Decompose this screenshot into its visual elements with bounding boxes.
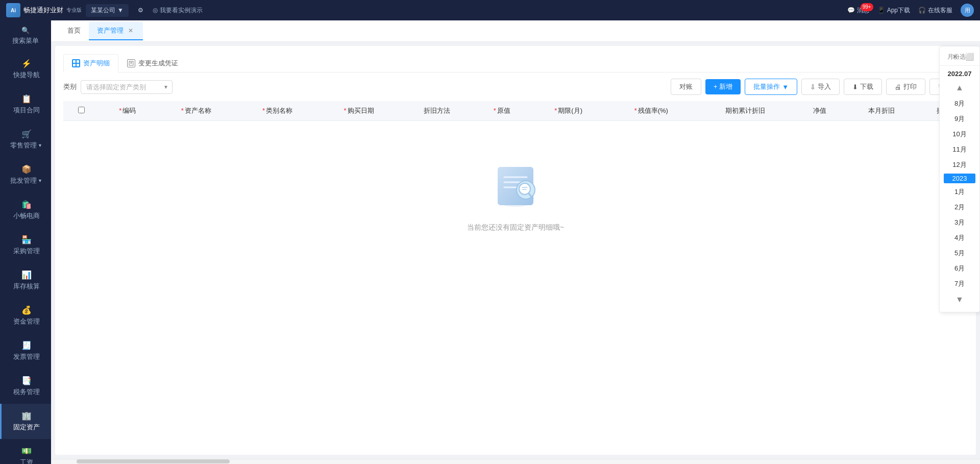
month-item-6[interactable]: 6月: [940, 261, 979, 276]
app-download-label: App下载: [887, 6, 910, 15]
month-item-1[interactable]: 1月: [940, 184, 979, 200]
sidebar-ecommerce-label: 小畅电商: [13, 211, 40, 221]
sidebar-wholesale-label: 批发管理: [10, 176, 37, 185]
print-button[interactable]: 🖨 打印: [886, 79, 925, 95]
category-filter-select[interactable]: 请选择固定资产类别: [81, 80, 173, 94]
toolbar-left: 类别 请选择固定资产类别: [63, 80, 173, 94]
page-content: 资产明细 变更生成凭证 类别: [55, 46, 976, 455]
settings-btn[interactable]: ⚙: [133, 5, 149, 16]
tab-assets[interactable]: 资产管理 ✕: [89, 22, 143, 40]
table-header: *编码 *资产名称 *类别名称 *购买日期 折旧方法 *原值 *期限(月) *残…: [63, 101, 968, 121]
col-checkbox: [63, 101, 100, 121]
app-download-btn[interactable]: 📱 App下载: [877, 6, 910, 15]
download-button[interactable]: ⬇ 下载: [844, 79, 882, 95]
sidebar-item-search[interactable]: 🔍 搜索菜单: [0, 20, 51, 52]
panel-expand-btn[interactable]: ⬜: [963, 51, 975, 63]
month-item-9[interactable]: 9月: [940, 111, 979, 127]
month-item-12[interactable]: 12月: [940, 157, 979, 173]
sidebar-item-project[interactable]: 📋 项目合同: [0, 87, 51, 122]
sidebar-quicknav-label: 快捷导航: [13, 70, 40, 80]
retail-label-wrap: 零售管理 ▼: [10, 141, 42, 150]
month-item-8[interactable]: 8月: [940, 96, 979, 111]
month-item-7[interactable]: 7月: [940, 276, 979, 291]
month-item-2[interactable]: 2月: [940, 200, 979, 215]
month-nav-down: ▼: [940, 291, 979, 308]
sub-tabs: 资产明细 变更生成凭证: [63, 54, 968, 72]
month-panel: ✕ ⬜ 月份选择 2022.07 ▲ 8月 9月 10月 11月 12月 202…: [939, 46, 980, 312]
col-net-value: 净值: [795, 101, 844, 121]
horizontal-scrollbar[interactable]: [51, 459, 980, 464]
sidebar-finance-label: 资金管理: [13, 317, 40, 326]
import-label: 导入: [818, 82, 831, 91]
toolbar: 类别 请选择固定资产类别 对账 + 新增 批量操作 ▼ ⇩: [63, 79, 968, 95]
message-btn[interactable]: 💬 消息 99+: [847, 6, 869, 15]
table-wrap: *编码 *资产名称 *类别名称 *购买日期 折旧方法 *原值 *期限(月) *残…: [63, 101, 968, 447]
month-item-5[interactable]: 5月: [940, 246, 979, 261]
month-item-11[interactable]: 11月: [940, 142, 979, 157]
sidebar-item-assets[interactable]: 🏢 固定资产: [0, 404, 51, 439]
search-icon: 🔍: [21, 27, 30, 34]
user-avatar[interactable]: 用: [961, 4, 974, 17]
download-label: 下载: [860, 82, 873, 91]
sidebar-item-tax[interactable]: 📑 税务管理: [0, 369, 51, 404]
sidebar-item-wholesale[interactable]: 📦 批发管理 ▼: [0, 157, 51, 192]
company-selector[interactable]: 某某公司 ▼: [86, 4, 129, 17]
sidebar-search-label: 搜索菜单: [12, 36, 39, 45]
reconcile-button[interactable]: 对账: [671, 79, 701, 95]
tab-close-icon[interactable]: ✕: [127, 27, 135, 35]
sidebar-item-ecommerce[interactable]: 🛍️ 小畅电商: [0, 192, 51, 228]
app-name: 畅捷通好业财: [23, 6, 63, 15]
dropdown-icon: ▼: [117, 7, 124, 14]
batch-ops-label: 批量操作: [753, 82, 780, 91]
toolbar-right: 对账 + 新增 批量操作 ▼ ⇩ 导入 ⬇ 下载 🖨: [671, 79, 968, 95]
quicknav-icon: ⚡: [21, 59, 32, 68]
retail-icon: 🛒: [21, 129, 32, 139]
sidebar-invoice-label: 发票管理: [13, 352, 40, 361]
select-all-checkbox[interactable]: [78, 107, 85, 113]
demo-link[interactable]: ◎ 我要看实例演示: [153, 6, 203, 15]
sidebar-item-salary[interactable]: 💵 工资: [0, 439, 51, 464]
doc-icon: [127, 59, 135, 67]
print-label: 打印: [903, 82, 917, 91]
message-icon: 💬: [847, 7, 855, 14]
month-nav-up: ▲: [940, 80, 979, 96]
col-depreciation-method: 折旧方法: [400, 101, 474, 121]
category-filter-wrap: 请选择固定资产类别: [81, 80, 173, 94]
add-button[interactable]: + 新增: [705, 79, 741, 94]
sidebar-item-inventory[interactable]: 📊 库存核算: [0, 263, 51, 298]
project-icon: 📋: [21, 94, 32, 104]
online-support-btn[interactable]: 🎧 在线客服: [918, 6, 952, 15]
month-item-4[interactable]: 4月: [940, 230, 979, 246]
sidebar-item-finance[interactable]: 💰 资金管理: [0, 298, 51, 333]
panel-close-btn[interactable]: ✕: [949, 51, 961, 63]
headset-icon: 🎧: [918, 7, 926, 14]
top-bar-right: 💬 消息 99+ 📱 App下载 🎧 在线客服 用: [847, 4, 974, 17]
batch-ops-button[interactable]: 批量操作 ▼: [745, 79, 797, 95]
month-item-3[interactable]: 3月: [940, 215, 979, 230]
inventory-icon: 📊: [21, 270, 32, 280]
svg-rect-1: [77, 60, 79, 63]
grid-icon: [72, 59, 80, 67]
sidebar-item-invoice[interactable]: 🧾 发票管理: [0, 333, 51, 369]
sidebar-item-purchase[interactable]: 🏪 采购管理: [0, 228, 51, 263]
sidebar: 🔍 搜索菜单 ⚡ 快捷导航 📋 项目合同 🛒 零售管理 ▼ 📦 批发管理 ▼: [0, 20, 51, 464]
print-icon: 🖨: [895, 83, 901, 91]
demo-icon: ◎: [153, 7, 158, 14]
batch-arrow-icon: ▼: [782, 83, 789, 91]
month-prev-btn[interactable]: ▲: [953, 82, 966, 94]
subtab-asset-detail-label: 资产明细: [83, 59, 110, 68]
import-button[interactable]: ⇩ 导入: [801, 79, 840, 95]
tab-home[interactable]: 首页: [59, 22, 89, 40]
sidebar-item-quicknav[interactable]: ⚡ 快捷导航: [0, 52, 51, 87]
sidebar-assets-label: 固定资产: [13, 423, 40, 432]
invoice-icon: 🧾: [21, 340, 32, 350]
import-icon: ⇩: [810, 83, 816, 91]
month-next-btn[interactable]: ▼: [953, 294, 966, 306]
retail-arrow-icon: ▼: [38, 143, 42, 148]
subtab-asset-detail[interactable]: 资产明细: [63, 54, 118, 72]
scroll-thumb[interactable]: [77, 459, 230, 463]
sidebar-item-retail[interactable]: 🛒 零售管理 ▼: [0, 122, 51, 157]
subtab-change-voucher[interactable]: 变更生成凭证: [118, 54, 187, 72]
month-item-10[interactable]: 10月: [940, 127, 979, 142]
col-residual-rate: *残值率(%): [607, 101, 695, 121]
